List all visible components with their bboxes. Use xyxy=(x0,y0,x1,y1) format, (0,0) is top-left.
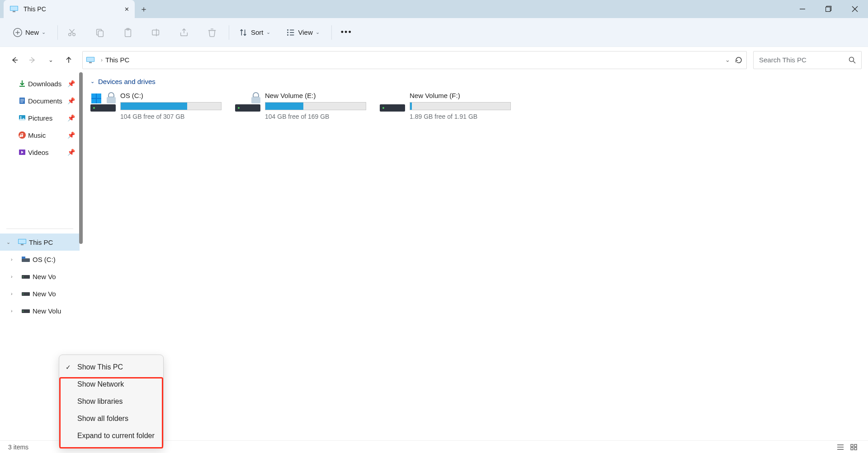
search-box[interactable]: Search This PC xyxy=(753,51,862,69)
svg-rect-16 xyxy=(98,31,103,37)
svg-line-35 xyxy=(854,61,856,63)
sidebar-item-documents[interactable]: Documents 📌 xyxy=(0,92,80,109)
sidebar-divider xyxy=(6,229,73,229)
nav-row: ⌄ › This PC ⌄ Search This PC xyxy=(0,47,868,72)
capacity-fill xyxy=(121,103,187,110)
status-text: 3 items xyxy=(8,444,28,451)
download-icon xyxy=(18,79,26,88)
svg-rect-72 xyxy=(851,444,853,447)
capacity-bar xyxy=(265,102,366,110)
back-button[interactable] xyxy=(6,52,23,68)
address-bar[interactable]: › This PC ⌄ xyxy=(82,51,747,69)
view-button[interactable]: View ⌄ xyxy=(282,23,323,42)
sidebar-item-downloads[interactable]: Downloads 📌 xyxy=(0,75,80,92)
pin-icon[interactable]: 📌 xyxy=(67,149,75,156)
cut-button[interactable] xyxy=(63,23,80,42)
share-button[interactable] xyxy=(175,23,193,42)
chevron-down-icon: ⌄ xyxy=(90,79,94,84)
new-button[interactable]: New ⌄ xyxy=(9,23,49,42)
pin-icon[interactable]: 📌 xyxy=(67,114,75,121)
drive-name: OS (C:) xyxy=(120,92,226,99)
chevron-right-icon[interactable]: › xyxy=(11,257,13,262)
tab-this-pc[interactable]: This PC ✕ xyxy=(4,0,135,18)
hdd-icon xyxy=(380,92,405,112)
capacity-fill xyxy=(265,103,303,110)
sort-button[interactable]: Sort ⌄ xyxy=(235,23,274,42)
svg-point-65 xyxy=(238,107,240,109)
delete-button[interactable] xyxy=(203,23,221,42)
sidebar-item-drive-c[interactable]: › OS (C:) xyxy=(0,251,80,268)
ctx-show-this-pc[interactable]: ✓ Show This PC xyxy=(61,359,161,376)
maximize-button[interactable] xyxy=(816,0,842,18)
ctx-show-network[interactable]: Show Network xyxy=(61,376,161,393)
capacity-bar xyxy=(410,102,511,110)
copy-button[interactable] xyxy=(91,23,108,42)
svg-rect-32 xyxy=(87,57,94,61)
tab-close-icon[interactable]: ✕ xyxy=(121,4,132,14)
refresh-icon[interactable] xyxy=(735,56,743,64)
chevron-down-icon[interactable]: ⌄ xyxy=(725,56,730,63)
chevron-right-icon[interactable]: › xyxy=(11,274,13,279)
svg-rect-73 xyxy=(854,444,857,447)
scissors-icon xyxy=(67,28,77,37)
rename-button[interactable] xyxy=(147,23,165,42)
history-button[interactable]: ⌄ xyxy=(42,52,59,68)
drive-name: New Volume (E:) xyxy=(265,92,371,99)
svg-rect-75 xyxy=(854,448,857,450)
paste-button[interactable] xyxy=(119,23,137,42)
ctx-show-libraries[interactable]: Show libraries xyxy=(61,393,161,410)
svg-point-43 xyxy=(19,131,26,139)
sidebar-item-drive-e[interactable]: › New Vo xyxy=(0,268,80,285)
sidebar-item-drive-f[interactable]: › New Vo xyxy=(0,285,80,302)
chevron-down-icon: ⌄ xyxy=(48,56,53,63)
more-button[interactable]: ••• xyxy=(337,23,356,42)
sidebar-label: Pictures xyxy=(28,114,52,122)
drive-name: New Volume (F:) xyxy=(410,92,515,99)
breadcrumb-sep-icon: › xyxy=(101,57,103,63)
quick-access-group: Downloads 📌 Documents 📌 Pictures 📌 Music… xyxy=(0,75,80,161)
drive-item-c[interactable]: OS (C:) 104 GB free of 307 GB xyxy=(90,92,226,120)
ctx-show-all-folders[interactable]: Show all folders xyxy=(61,410,161,427)
tab-title: This PC xyxy=(24,5,121,13)
svg-rect-47 xyxy=(21,244,24,245)
sidebar-item-this-pc[interactable]: ⌄ This PC xyxy=(0,234,80,251)
sidebar-item-drive-g[interactable]: › New Volu xyxy=(0,302,80,319)
drive-status: 1.89 GB free of 1.91 GB xyxy=(410,113,515,120)
copy-icon xyxy=(95,28,105,37)
sidebar-item-videos[interactable]: Videos 📌 xyxy=(0,144,80,161)
chevron-right-icon[interactable]: › xyxy=(11,291,13,296)
section-header[interactable]: ⌄ Devices and drives xyxy=(90,78,864,85)
breadcrumb-location[interactable]: This PC xyxy=(105,56,129,64)
tree-group: ⌄ This PC › OS (C:) › New Vo › New Vo › xyxy=(0,234,80,319)
sidebar-item-pictures[interactable]: Pictures 📌 xyxy=(0,109,80,126)
close-window-button[interactable] xyxy=(842,0,868,18)
svg-rect-63 xyxy=(107,97,116,103)
sidebar-item-music[interactable]: Music 📌 xyxy=(0,126,80,144)
pictures-icon xyxy=(18,114,26,122)
minimize-button[interactable] xyxy=(789,0,816,18)
pin-icon[interactable]: 📌 xyxy=(67,80,75,87)
monitor-icon xyxy=(10,6,18,12)
chevron-down-icon[interactable]: ⌄ xyxy=(6,239,10,245)
svg-rect-5 xyxy=(826,7,830,12)
sidebar-label: Documents xyxy=(28,97,62,105)
sidebar-label: New Vo xyxy=(33,273,56,280)
pin-icon[interactable]: 📌 xyxy=(67,131,75,139)
tiles-view-button[interactable] xyxy=(848,443,860,452)
pin-icon[interactable]: 📌 xyxy=(67,97,75,104)
chevron-right-icon[interactable]: › xyxy=(11,308,13,313)
toolbar-divider xyxy=(229,25,229,40)
svg-rect-1 xyxy=(10,6,18,10)
forward-button[interactable] xyxy=(24,52,41,68)
details-view-button[interactable] xyxy=(835,443,846,452)
up-button[interactable] xyxy=(61,52,77,68)
view-label: View xyxy=(298,28,313,36)
drive-item-e[interactable]: New Volume (E:) 104 GB free of 169 GB xyxy=(235,92,371,120)
svg-rect-33 xyxy=(89,62,92,63)
toolbar-divider xyxy=(57,25,58,40)
sidebar-label: New Volu xyxy=(33,307,61,315)
ctx-expand-to-current[interactable]: Expand to current folder xyxy=(61,427,161,444)
os-drive-icon xyxy=(90,92,116,112)
new-tab-button[interactable]: ＋ xyxy=(135,0,153,18)
drive-item-f[interactable]: New Volume (F:) 1.89 GB free of 1.91 GB xyxy=(380,92,515,120)
